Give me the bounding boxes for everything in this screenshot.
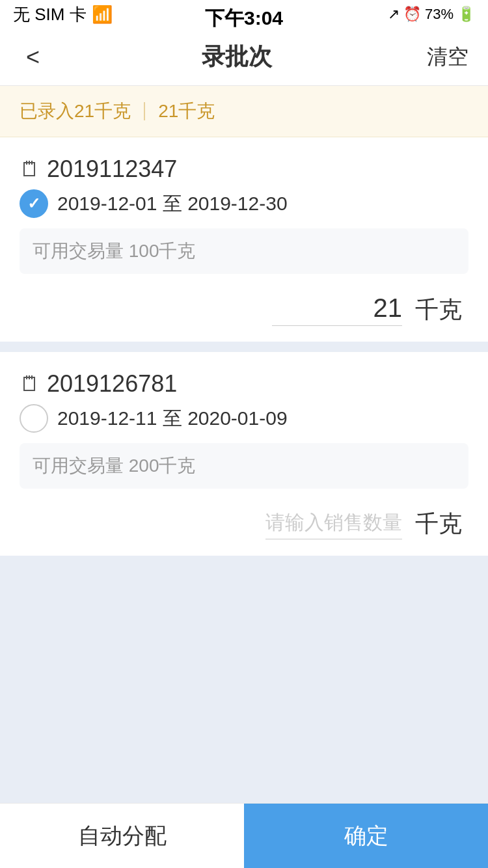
amount-value-1: 21: [373, 293, 403, 323]
wifi-icon: 📶: [92, 5, 113, 25]
batch-card-1: 🗒 2019112347 2019-12-01 至 2019-12-30 可用交…: [0, 137, 488, 342]
amount-row-2[interactable]: 请输入销售数量 千克: [0, 495, 488, 556]
batch-quota-1: 可用交易量 100千克: [20, 228, 468, 274]
clear-button[interactable]: 清空: [427, 43, 468, 72]
nav-bar: < 录批次 清空: [0, 29, 488, 86]
batch-card-2: 🗒 2019126781 2019-12-11 至 2020-01-09 可用交…: [0, 352, 488, 556]
batch-number-1: 2019112347: [47, 156, 177, 183]
amount-row-1: 21 千克: [0, 280, 488, 342]
batch-quota-2: 可用交易量 200千克: [20, 443, 468, 489]
status-left: 无 SIM 卡 📶: [13, 3, 113, 26]
auto-distribute-button[interactable]: 自动分配: [0, 804, 244, 868]
content-area: 🗒 2019112347 2019-12-01 至 2019-12-30 可用交…: [0, 137, 488, 868]
batch-icon-1: 🗒: [20, 157, 40, 182]
back-button[interactable]: <: [20, 37, 46, 77]
location-icon: ↗: [388, 6, 400, 23]
batch-header-2: 🗒 2019126781: [0, 352, 488, 404]
status-right: ↗ ⏰ 73% 🔋: [388, 6, 475, 23]
carrier-text: 无 SIM 卡: [13, 3, 87, 26]
amount-unit-2: 千克: [415, 508, 462, 540]
confirm-button[interactable]: 确定: [244, 804, 488, 868]
radio-select-2[interactable]: [20, 404, 48, 433]
amount-underline-1[interactable]: 21: [272, 293, 402, 326]
batch-date-1: 2019-12-01 至 2019-12-30: [57, 191, 288, 217]
section-separator-1: [0, 342, 488, 352]
batch-date-row-1: 2019-12-01 至 2019-12-30: [0, 189, 488, 228]
battery-icon: 🔋: [457, 6, 475, 23]
status-time: 下午3:04: [205, 5, 283, 32]
batch-quota-text-2: 可用交易量 200千克: [33, 455, 196, 476]
battery-text: 73%: [425, 6, 454, 23]
bottom-bar: 自动分配 确定: [0, 803, 488, 868]
batch-quota-text-1: 可用交易量 100千克: [33, 241, 196, 261]
batch-icon-2: 🗒: [20, 372, 40, 396]
batch-date-2: 2019-12-11 至 2020-01-09: [57, 405, 288, 432]
summary-bar: 已录入21千克 21千克: [0, 86, 488, 137]
alarm-icon: ⏰: [403, 6, 421, 23]
amount-unit-1: 千克: [415, 294, 462, 326]
summary-divider: [144, 102, 145, 120]
batch-header-1: 🗒 2019112347: [0, 137, 488, 189]
radio-select-1[interactable]: [20, 189, 48, 218]
page-title: 录批次: [202, 41, 272, 73]
summary-total: 21千克: [158, 99, 215, 124]
status-bar: 无 SIM 卡 📶 下午3:04 ↗ ⏰ 73% 🔋: [0, 0, 488, 29]
summary-recorded: 已录入21千克: [20, 99, 131, 124]
amount-placeholder-2: 请输入销售数量: [265, 509, 402, 536]
batch-number-2: 2019126781: [47, 370, 177, 398]
amount-underline-2[interactable]: 请输入销售数量: [265, 509, 402, 539]
batch-date-row-2: 2019-12-11 至 2020-01-09: [0, 404, 488, 443]
